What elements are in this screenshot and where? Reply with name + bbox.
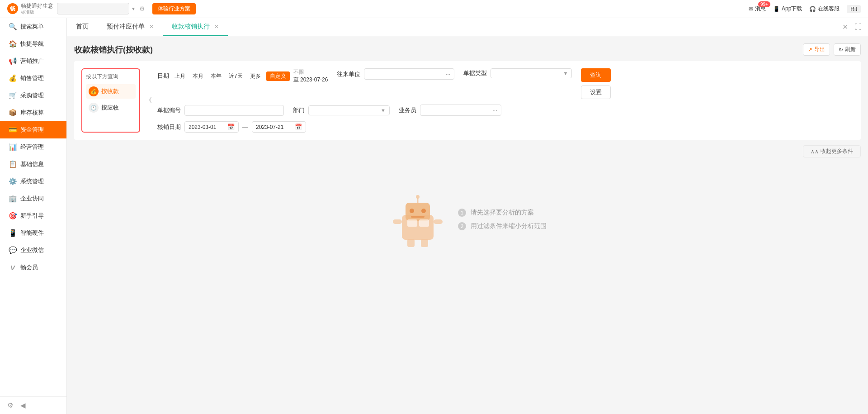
collapse-area: 《	[146, 68, 152, 133]
svg-rect-4	[411, 216, 425, 218]
sidebar-item-inventory[interactable]: 📦 库存核算	[0, 104, 66, 121]
staff-select[interactable]: ···	[420, 105, 501, 116]
calendar-start-icon: 📅	[227, 124, 235, 130]
doc-type-select[interactable]: ▼	[491, 68, 572, 78]
doc-number-group: 单据编号	[157, 105, 284, 116]
message-btn[interactable]: ✉ 消息 99+	[749, 5, 766, 13]
date-filter-group: 日期 上月 本月 本年 近7天 更多 自定义 不限 至 2023-07-26	[157, 68, 328, 84]
top-search-input[interactable]	[57, 3, 129, 14]
search-icon: 🔍	[9, 23, 17, 31]
dept-select[interactable]: ▼	[308, 105, 390, 115]
date-btn-this-year[interactable]: 本年	[209, 71, 223, 81]
app-download-btn[interactable]: 📱 App下载	[773, 5, 802, 13]
sidebar-item-marketing[interactable]: 📢 营销推广	[0, 52, 66, 70]
doc-number-input[interactable]	[184, 105, 284, 116]
sidebar-item-guide[interactable]: 🎯 新手引导	[0, 207, 66, 224]
sidebar-item-smart-hw[interactable]: 📱 智能硬件	[0, 224, 66, 242]
date-custom-badge: 自定义	[266, 71, 290, 81]
filter-option-by-receivable[interactable]: 🕐 按应收	[86, 100, 136, 115]
main-layout: 🔍 搜索菜单 🏠 快捷导航 📢 营销推广 💰 销售管理 🛒 采购管理 📦 库存核…	[0, 18, 868, 414]
tip-num-1: 1	[458, 209, 466, 217]
reconcile-end-value: 2023-07-21	[256, 124, 283, 130]
tab-right-btns: ✕ ⛶	[840, 21, 868, 33]
tab-expand-btn[interactable]: ⛶	[852, 21, 864, 33]
sidebar-item-funds[interactable]: 💳 资金管理	[0, 121, 66, 138]
sidebar-item-sales[interactable]: 💰 销售管理	[0, 70, 66, 87]
svg-rect-9	[407, 219, 417, 227]
top-bar: 畅 畅捷通好生意 标准版 ▼ ⚙ 体验行业方案 ✉ 消息 99+ 📱 App下载…	[0, 0, 868, 18]
dept-label: 部门	[293, 106, 305, 114]
online-service-btn[interactable]: 🎧 在线客服	[809, 5, 840, 13]
top-bar-right: ✉ 消息 99+ 📱 App下载 🎧 在线客服 Rit	[749, 5, 861, 13]
empty-robot-illustration	[388, 190, 447, 249]
sidebar-item-quick-nav[interactable]: 🏠 快捷导航	[0, 35, 66, 52]
svg-rect-7	[407, 239, 415, 247]
tab-receipt-offset[interactable]: 收款核销执行 ✕	[163, 18, 228, 36]
reconcile-start-input[interactable]: 2023-03-01 📅	[184, 121, 239, 133]
date-btn-more[interactable]: 更多	[248, 71, 263, 81]
filter-option-by-receipt[interactable]: 💰 按收款	[86, 84, 136, 99]
industry-btn[interactable]: 体验行业方案	[152, 3, 196, 14]
tab-prepay-offset[interactable]: 预付冲应付单 ✕	[98, 18, 163, 36]
svg-point-12	[416, 195, 420, 199]
export-btn[interactable]: ↗ 导出	[803, 43, 830, 56]
empty-tip-2: 2 用过滤条件来缩小分析范围	[458, 222, 547, 230]
calendar-end-icon: 📅	[295, 124, 302, 130]
tab-close-all-btn[interactable]: ✕	[840, 21, 851, 33]
collapse-more-btn[interactable]: ∧∧ 收起更多条件	[803, 145, 861, 157]
collapse-more-area: ∧∧ 收起更多条件	[74, 145, 861, 157]
collapse-sidebar-icon[interactable]: ◀	[20, 401, 26, 409]
filter-option-receivable-label: 按应收	[101, 104, 119, 112]
query-btn[interactable]: 查询	[581, 68, 611, 82]
purchase-icon: 🛒	[9, 91, 17, 100]
inventory-icon: 📦	[9, 109, 17, 117]
sidebar: 🔍 搜索菜单 🏠 快捷导航 📢 营销推广 💰 销售管理 🛒 采购管理 📦 库存核…	[0, 18, 67, 414]
date-to-label: 至 2023-07-26	[293, 76, 328, 84]
sidebar-item-search-menu[interactable]: 🔍 搜索菜单	[0, 18, 66, 35]
refresh-icon: ↻	[839, 47, 843, 53]
empty-state: 1 请先选择要分析的方案 2 用过滤条件来缩小分析范围	[74, 163, 861, 276]
filter-option-receipt-label: 按收款	[101, 87, 119, 95]
refresh-btn[interactable]: ↻ 刷新	[834, 43, 861, 56]
collapse-filter-btn[interactable]: 《	[146, 96, 152, 105]
gear-icon[interactable]: ⚙	[139, 5, 145, 12]
marketing-icon: 📢	[9, 57, 17, 65]
counterpart-group: 往来单位 ···	[337, 68, 454, 80]
date-btn-7days[interactable]: 近7天	[227, 71, 245, 81]
date-btn-this-month[interactable]: 本月	[191, 71, 205, 81]
user-info[interactable]: Rit	[847, 5, 861, 13]
cooperation-icon: 🏢	[9, 195, 17, 203]
page-content: 收款核销执行(按收款) ↗ 导出 ↻ 刷新 按以下方查询	[67, 36, 868, 414]
page-title: 收款核销执行(按收款)	[74, 44, 153, 55]
svg-point-3	[421, 209, 426, 213]
doc-type-group: 单据类型 ▼	[463, 68, 572, 78]
svg-rect-1	[406, 203, 430, 221]
tab-home[interactable]: 首页	[67, 18, 98, 36]
vip-icon: V	[9, 264, 17, 271]
sidebar-item-purchase[interactable]: 🛒 采购管理	[0, 87, 66, 104]
sidebar-item-basic-info[interactable]: 📋 基础信息	[0, 156, 66, 173]
sidebar-item-operations[interactable]: 📊 经营管理	[0, 138, 66, 156]
by-receipt-icon: 💰	[89, 86, 99, 96]
dropdown-icon: ▼	[131, 6, 136, 11]
sidebar-item-cooperation[interactable]: 🏢 企业协同	[0, 190, 66, 207]
top-bar-left: 畅 畅捷通好生意 标准版 ▼ ⚙ 体验行业方案	[7, 3, 749, 14]
sidebar-item-system[interactable]: ⚙️ 系统管理	[0, 173, 66, 190]
query-actions: 查询 设置	[581, 68, 611, 99]
date-btn-last-month[interactable]: 上月	[173, 71, 187, 81]
reconcile-end-input[interactable]: 2023-07-21 📅	[252, 121, 306, 133]
sidebar-item-enterprise-wx[interactable]: 💬 企业微信	[0, 242, 66, 259]
robot-svg	[388, 190, 447, 249]
funds-icon: 💳	[9, 126, 17, 134]
tab-close-prepay[interactable]: ✕	[149, 24, 154, 30]
date-label: 日期	[157, 72, 169, 80]
counterpart-input[interactable]: ···	[364, 68, 454, 80]
reconcile-start-value: 2023-03-01	[189, 124, 216, 130]
nav-tabs: 首页 预付冲应付单 ✕ 收款核销执行 ✕ ✕ ⛶	[67, 18, 868, 36]
tab-close-receipt[interactable]: ✕	[214, 24, 219, 30]
sidebar-item-vip[interactable]: V 畅会员	[0, 259, 66, 276]
sidebar-bottom: ⚙ ◀	[0, 396, 66, 414]
settings-bottom-icon[interactable]: ⚙	[7, 401, 13, 409]
settings-btn[interactable]: 设置	[581, 86, 611, 99]
date-no-limit: 不限	[293, 68, 328, 76]
